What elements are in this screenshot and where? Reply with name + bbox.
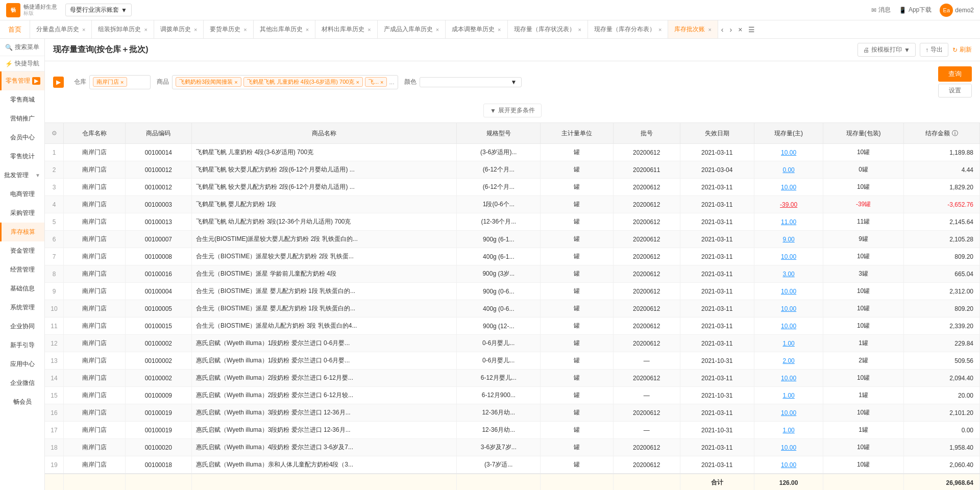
- quick-nav[interactable]: ⚡ 快捷导航: [0, 56, 44, 71]
- col-setting[interactable]: ⚙: [45, 123, 64, 144]
- cell-unit: 罐: [541, 352, 614, 370]
- sidebar-item-retail-mgmt[interactable]: 零售管理 ▶: [0, 71, 44, 90]
- cell-code: 00100002: [125, 352, 192, 370]
- cell-qty[interactable]: 2.00: [754, 352, 823, 370]
- cell-qty-pack: 10罐: [823, 248, 904, 265]
- message-button[interactable]: ✉ 消息: [871, 6, 891, 14]
- product-tag-2[interactable]: 飞鹤星飞帆 儿童奶粉 4段(3-6岁适用) 700克 ×: [243, 77, 363, 87]
- tab-prev[interactable]: ‹: [718, 20, 727, 38]
- cell-qty[interactable]: 1.00: [754, 387, 823, 404]
- sidebar-item-retail-mall[interactable]: 零售商城: [0, 90, 44, 109]
- tab-chengben[interactable]: 成本调整单历史 ×: [446, 20, 507, 38]
- cell-qty[interactable]: 11.00: [754, 213, 823, 231]
- cell-name: 惠氏启赋（Wyeth illuma）3段奶粉 爱尔兰进口 12-36月...: [192, 404, 457, 422]
- tab-xiancun1[interactable]: 现存量（库存状况表）×: [508, 20, 588, 38]
- cell-unit: 罐: [541, 179, 614, 196]
- cell-batch: 20200612: [614, 370, 680, 387]
- cell-qty[interactable]: 10.00: [754, 317, 823, 335]
- cell-warehouse: 南岸门店: [64, 300, 126, 317]
- tab-fenliang[interactable]: 分量盘点单历史 ×: [30, 20, 92, 38]
- cell-qty-pack: 10罐: [823, 144, 904, 161]
- cell-qty[interactable]: -39.00: [754, 196, 823, 213]
- tab-qita[interactable]: 其他出库单历史 ×: [254, 20, 315, 38]
- refresh-button[interactable]: ↻ 刷新: [952, 45, 972, 54]
- col-batch: 批号: [614, 123, 680, 144]
- cell-qty[interactable]: 10.00: [754, 179, 823, 196]
- sidebar-item-system[interactable]: 系统管理: [0, 298, 44, 317]
- sidebar-item-marketing[interactable]: 营销推广: [0, 109, 44, 128]
- cell-warehouse: 南岸门店: [64, 213, 126, 231]
- cell-qty[interactable]: 10.00: [754, 370, 823, 387]
- sidebar-item-basic[interactable]: 基础信息: [0, 279, 44, 298]
- page-actions: 🖨 按模板打印 ▼ ↑ 导出 ↻ 刷新: [857, 43, 972, 57]
- tab-next[interactable]: ›: [726, 20, 735, 38]
- cell-amount: 2,060.40: [903, 456, 979, 474]
- cell-code: 00100009: [125, 387, 192, 404]
- cell-no: 8: [45, 265, 64, 283]
- cell-qty[interactable]: 10.00: [754, 144, 823, 161]
- sidebar-item-inventory[interactable]: 库存核算: [0, 223, 44, 241]
- search-menu[interactable]: 🔍 搜索菜单: [0, 39, 44, 56]
- sidebar-item-ecommerce[interactable]: 电商管理: [0, 185, 44, 204]
- cell-qty[interactable]: 10.00: [754, 404, 823, 422]
- export-button[interactable]: ↑ 导出: [920, 43, 948, 57]
- cell-qty[interactable]: 1.00: [754, 335, 823, 352]
- sidebar-item-operation[interactable]: 经营管理: [0, 260, 44, 279]
- cell-qty[interactable]: 10.00: [754, 456, 823, 474]
- settings-button[interactable]: 设置: [938, 84, 972, 97]
- tab-close-all[interactable]: ×: [735, 20, 745, 38]
- cell-batch: 20200612: [614, 404, 680, 422]
- app-download-button[interactable]: 📱 App下载: [899, 6, 932, 14]
- warehouse-tag-close[interactable]: ×: [120, 79, 124, 85]
- product-tag-3[interactable]: 飞... ×: [365, 77, 387, 87]
- sidebar-item-member2[interactable]: 畅会员: [0, 393, 44, 411]
- tab-cailiao[interactable]: 材料出库单历史 ×: [315, 20, 377, 38]
- product-tag-1[interactable]: 飞鹤奶粉3段闻闻撞装 ×: [176, 77, 241, 87]
- table-row: 2 南岸门店 00100012 飞鹤星飞帆 较大婴儿配方奶粉 2段(6-12个月…: [45, 161, 980, 179]
- col-warehouse: 仓库名称: [64, 123, 126, 144]
- cell-batch: 20200612: [614, 335, 680, 352]
- cell-qty[interactable]: 10.00: [754, 300, 823, 317]
- sidebar-item-finance[interactable]: 资金管理: [0, 241, 44, 260]
- cell-qty[interactable]: 9.00: [754, 231, 823, 248]
- expand-button[interactable]: ▼ 展开更多条件: [483, 104, 542, 117]
- cell-qty[interactable]: 3.00: [754, 265, 823, 283]
- cell-unit: 罐: [541, 387, 614, 404]
- sidebar-item-member[interactable]: 会员中心: [0, 128, 44, 147]
- content-area: 现存量查询(按仓库＋批次) 🖨 按模板打印 ▼ ↑ 导出 ↻ 刷新: [45, 39, 980, 490]
- sidebar-item-enterprise[interactable]: 企业协同: [0, 317, 44, 336]
- print-button[interactable]: 🖨 按模板打印 ▼: [857, 43, 916, 57]
- tab-diaobo[interactable]: 调拨单历史 ×: [154, 20, 204, 38]
- tab-chanchenpin[interactable]: 产成品入库单历史 ×: [378, 20, 446, 38]
- product-tag-group[interactable]: 飞鹤奶粉3段闻闻撞装 × 飞鹤星飞帆 儿童奶粉 4段(3-6岁适用) 700克 …: [172, 75, 398, 89]
- cell-qty[interactable]: 10.00: [754, 439, 823, 456]
- tab-xiancun2[interactable]: 现存量（库存分布表）×: [588, 20, 668, 38]
- warehouse-tag-group[interactable]: 南岸门店 ×: [89, 75, 151, 89]
- sidebar-item-enterprise-wx[interactable]: 企业微信: [0, 374, 44, 393]
- user-area[interactable]: Ea demo2: [940, 4, 974, 17]
- tab-home[interactable]: 首页: [0, 20, 30, 38]
- tab-menu[interactable]: ☰: [745, 20, 758, 38]
- tab-zuhe[interactable]: 组装拆卸单历史 ×: [92, 20, 154, 38]
- sidebar-item-retail-stats[interactable]: 零售统计: [0, 147, 44, 166]
- sidebar-item-guide[interactable]: 新手引导: [0, 336, 44, 355]
- cell-amount: 2,312.00: [903, 283, 979, 300]
- cell-qty[interactable]: 0.00: [754, 161, 823, 179]
- sidebar-item-purchase[interactable]: 采购管理: [0, 204, 44, 223]
- cell-qty[interactable]: 10.00: [754, 248, 823, 265]
- color-area[interactable]: ▼: [420, 77, 522, 87]
- cell-qty-pack: 2罐: [823, 352, 904, 370]
- cell-warehouse: 南岸门店: [64, 404, 126, 422]
- filter-toggle-button[interactable]: ▶: [53, 77, 64, 88]
- warehouse-tag-nanan[interactable]: 南岸门店 ×: [93, 77, 127, 87]
- cell-unit: 罐: [541, 300, 614, 317]
- retail-expand-arrow[interactable]: ▶: [32, 77, 40, 85]
- cell-qty[interactable]: 10.00: [754, 283, 823, 300]
- company-selector[interactable]: 母婴行业演示账套 ▼: [65, 4, 132, 16]
- tab-yaohuo[interactable]: 要货单历史 ×: [204, 20, 253, 38]
- tab-kucun[interactable]: 库存批次账 ×: [668, 20, 718, 38]
- query-button[interactable]: 查询: [938, 66, 972, 82]
- sidebar-item-app-center[interactable]: 应用中心: [0, 355, 44, 374]
- sidebar-item-wholesale[interactable]: 批发管理 ▼: [0, 166, 44, 185]
- cell-qty[interactable]: 1.00: [754, 422, 823, 439]
